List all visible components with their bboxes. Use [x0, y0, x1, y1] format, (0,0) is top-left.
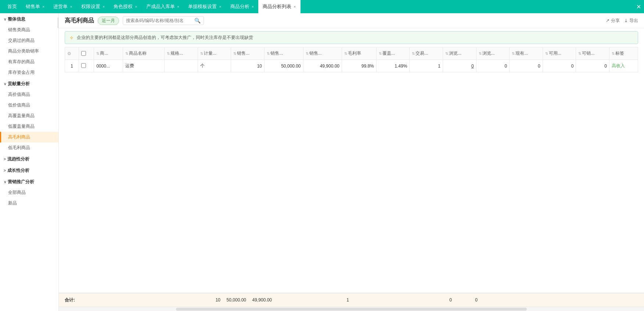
- table-container[interactable]: ⚙⇅商...⇅商品名称⇅规格...⇅计量...⇅销售...⇅销售...⇅销售..…: [65, 47, 638, 293]
- col-header-code[interactable]: ⇅商...: [94, 47, 123, 60]
- sidebar-group-2[interactable]: >流趋性分析: [0, 153, 58, 164]
- col-header-name[interactable]: ⇅商品名称: [123, 47, 165, 60]
- cell-code-0: 0000...: [94, 60, 123, 72]
- info-icon: ✧: [69, 35, 74, 41]
- sidebar-item-1-3[interactable]: 低覆盖量商品: [0, 121, 58, 132]
- sidebar-item-1-2[interactable]: 高覆盖量商品: [0, 111, 58, 121]
- nav-tab-4[interactable]: 角色授权×: [109, 0, 141, 13]
- cell-sales_amt-0: 50,000.00: [265, 60, 303, 72]
- sidebar-item-0-2[interactable]: 商品分类助销率: [0, 46, 58, 57]
- sort-icon-9: ⇅: [344, 51, 347, 55]
- nav-tab-close-6[interactable]: ×: [219, 4, 221, 9]
- sort-icon-15: ⇅: [545, 51, 548, 55]
- col-header-sales_amt2[interactable]: ⇅销售...: [303, 47, 342, 60]
- sidebar-item-1-4[interactable]: 高毛利商品: [0, 132, 58, 142]
- col-header-stock_avail[interactable]: ⇅可用...: [543, 47, 576, 60]
- footer-sales-amt: 50,000.00: [223, 297, 248, 303]
- cell-check-0[interactable]: [79, 60, 94, 72]
- sort-icon-2: ⇅: [96, 51, 99, 55]
- select-all-checkbox[interactable]: [81, 51, 86, 56]
- nav-tab-1[interactable]: 销售单×: [21, 0, 49, 13]
- sidebar-item-4-0[interactable]: 全部商品: [0, 187, 58, 198]
- col-header-profit_rate[interactable]: ⇅毛利率: [342, 47, 377, 60]
- col-header-sales_qty[interactable]: ⇅销售...: [231, 47, 265, 60]
- sidebar-item-0-1[interactable]: 交易过的商品: [0, 35, 58, 46]
- col-header-browse1[interactable]: ⇅浏览...: [443, 47, 476, 60]
- footer-trans: 1: [325, 297, 351, 303]
- col-header-spec[interactable]: ⇅规格...: [165, 47, 198, 60]
- footer-sales-qty: 10: [197, 297, 223, 303]
- nav-tab-close-7[interactable]: ×: [252, 4, 254, 9]
- sidebar-group-1[interactable]: ∨贡献量分析: [0, 78, 58, 89]
- sidebar-item-1-1[interactable]: 低价值商品: [0, 100, 58, 111]
- sidebar-group-4[interactable]: ∨营销推广分析: [0, 176, 58, 187]
- col-header-browse2[interactable]: ⇅浏览...: [476, 47, 510, 60]
- col-header-stock_sell[interactable]: ⇅可销...: [576, 47, 609, 60]
- sidebar-group-arrow-1: ∨: [4, 82, 6, 86]
- nav-tab-3[interactable]: 权限设置×: [77, 0, 109, 13]
- nav-tab-close-8[interactable]: ×: [294, 4, 296, 9]
- sidebar-item-0-0[interactable]: 销售类商品: [0, 25, 58, 35]
- window-close-icon[interactable]: ✕: [636, 3, 641, 10]
- footer-empty-2: [120, 297, 145, 303]
- table-row: 10000...运费个1050,000.0049,900.0099.8%1.49…: [65, 60, 638, 72]
- main-layout: « ∨整体信息销售类商品交易过的商品商品分类助销率有库存的商品库存资金占用∨贡献…: [0, 13, 644, 311]
- sidebar-item-0-3[interactable]: 有库存的商品: [0, 57, 58, 67]
- nav-tab-6[interactable]: 单据模板设置×: [184, 0, 226, 13]
- sort-icon-11: ⇅: [412, 51, 415, 55]
- col-header-num[interactable]: ⚙: [65, 47, 79, 60]
- sidebar-item-1-5[interactable]: 低毛利商品: [0, 142, 58, 153]
- content-area: 高毛利商品 近一月 🔍 ↗ 分享 ⤓ 导出 ✧ 企业的主要的利润都是这部分商品创…: [59, 13, 644, 311]
- nav-tab-2[interactable]: 进货单×: [49, 0, 76, 13]
- col-header-unit[interactable]: ⇅计量...: [198, 47, 231, 60]
- nav-tab-close-4[interactable]: ×: [135, 4, 137, 9]
- cell-profit_rate-0: 99.8%: [342, 60, 377, 72]
- scrollbar-track[interactable]: [176, 308, 527, 311]
- info-text: 企业的主要的利润都是这部分商品创造的，可考虑加大推广，同时关注库存是不要出现缺货: [77, 35, 253, 41]
- share-btn[interactable]: ↗ 分享: [606, 18, 620, 24]
- nav-tab-5[interactable]: 产成品入库单×: [142, 0, 184, 13]
- cell-tag-0: 高收入: [609, 60, 638, 72]
- nav-tab-8[interactable]: 商品分析列表×: [258, 0, 300, 13]
- cell-unit-0: 个: [198, 60, 231, 72]
- search-input[interactable]: [126, 18, 192, 23]
- sort-icon-5: ⇅: [200, 51, 203, 55]
- share-icon: ↗: [606, 18, 609, 23]
- sidebar-collapse-btn[interactable]: «: [58, 18, 59, 28]
- col-header-stock_cur[interactable]: ⇅现有...: [510, 47, 543, 60]
- row-checkbox-0[interactable]: [81, 63, 86, 68]
- col-header-tag[interactable]: ⇅标签: [609, 47, 638, 60]
- sidebar-item-0-4[interactable]: 库存资金占用: [0, 67, 58, 78]
- sort-icon-17: ⇅: [612, 51, 615, 55]
- sort-icon-4: ⇅: [167, 51, 170, 55]
- export-btn[interactable]: ⤓ 导出: [624, 18, 638, 24]
- footer-stock-sell: 0: [454, 297, 480, 303]
- sidebar-group-arrow-3: >: [4, 169, 6, 173]
- col-header-check[interactable]: [79, 47, 94, 60]
- filter-recent-month-btn[interactable]: 近一月: [98, 17, 119, 25]
- nav-tab-0[interactable]: 首页: [3, 0, 21, 13]
- nav-tab-close-5[interactable]: ×: [177, 4, 179, 9]
- cell-stock_avail-0: 0: [543, 60, 576, 72]
- nav-tab-close-3[interactable]: ×: [102, 4, 105, 9]
- sidebar-item-4-1[interactable]: 新品: [0, 198, 58, 209]
- footer-empty-6: [300, 297, 325, 303]
- data-table: ⚙⇅商...⇅商品名称⇅规格...⇅计量...⇅销售...⇅销售...⇅销售..…: [65, 47, 638, 72]
- col-header-sales_amt[interactable]: ⇅销售...: [265, 47, 303, 60]
- col-header-trans[interactable]: ⇅交易...: [410, 47, 443, 60]
- footer-empty-8: [377, 297, 403, 303]
- cell-spec-0: [165, 60, 198, 72]
- col-header-coverage[interactable]: ⇅覆盖...: [376, 47, 410, 60]
- footer-empty-4: [171, 297, 197, 303]
- nav-tab-7[interactable]: 商品分析×: [226, 0, 258, 13]
- sidebar-item-1-0[interactable]: 高价值商品: [0, 89, 58, 100]
- nav-tab-close-1[interactable]: ×: [42, 4, 44, 9]
- cell-coverage-0: 1.49%: [376, 60, 410, 72]
- search-icon[interactable]: 🔍: [194, 18, 201, 23]
- sidebar-group-0[interactable]: ∨整体信息: [0, 13, 58, 25]
- bottom-scrollbar[interactable]: [59, 307, 644, 311]
- nav-tab-close-2[interactable]: ×: [70, 4, 72, 9]
- sidebar-group-3[interactable]: >成长性分析: [0, 164, 58, 176]
- header-actions: ↗ 分享 ⤓ 导出: [606, 18, 638, 24]
- settings-icon-0[interactable]: ⚙: [67, 51, 71, 56]
